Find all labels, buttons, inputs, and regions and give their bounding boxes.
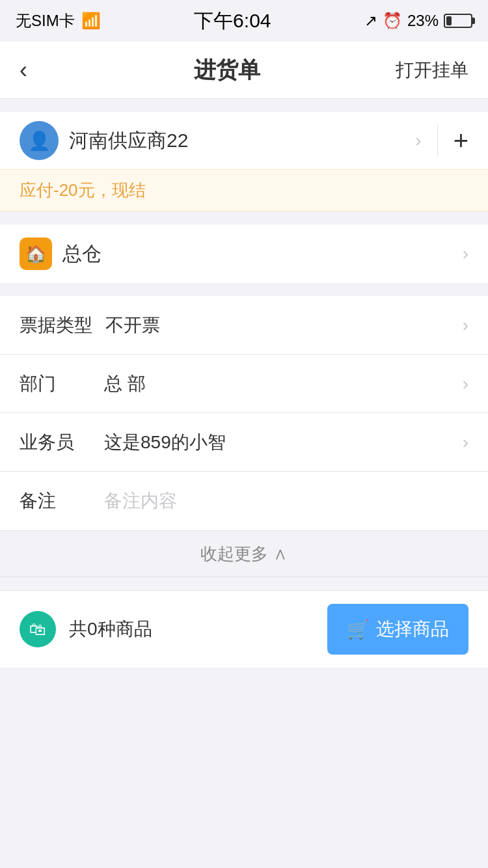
invoice-type-value: 不开票: [92, 313, 463, 338]
dept-label: 部门: [20, 372, 91, 396]
avatar-icon: 👤: [28, 130, 51, 152]
section-gap-3: [0, 283, 488, 296]
remark-row[interactable]: 备注 备注内容: [0, 472, 488, 530]
bottom-bar: 🛍 共0种商品 🛒 选择商品: [0, 590, 488, 668]
select-product-icon: 🛒: [347, 619, 370, 640]
product-count-label: 共0种商品: [69, 617, 314, 642]
alarm-icon: ⏰: [383, 12, 402, 30]
warehouse-icon: 🏠: [20, 237, 52, 270]
supplier-card: 👤 河南供应商22 › + 应付-20元，现结: [0, 112, 488, 211]
page-title: 进货单: [194, 55, 260, 85]
sales-value: 这是859的小智: [91, 430, 463, 455]
collapse-label: 收起更多 ∧: [200, 543, 287, 565]
status-time: 下午6:04: [194, 8, 271, 34]
status-right: ↗ ⏰ 23%: [364, 12, 472, 30]
status-left: 无SIM卡 📶: [16, 10, 101, 31]
status-bar: 无SIM卡 📶 下午6:04 ↗ ⏰ 23%: [0, 0, 488, 42]
remark-label: 备注: [20, 489, 91, 513]
open-pending-button[interactable]: 打开挂单: [396, 58, 468, 83]
section-gap-2: [0, 211, 488, 224]
battery-label: 23%: [407, 12, 439, 30]
notice-bar: 应付-20元，现结: [0, 169, 488, 211]
vertical-divider: [437, 124, 438, 157]
product-icon: 🛍: [20, 611, 56, 647]
warehouse-card: 🏠 总仓 ›: [0, 224, 488, 283]
sales-label: 业务员: [20, 430, 91, 455]
invoice-type-label: 票据类型: [20, 313, 92, 338]
supplier-row[interactable]: 👤 河南供应商22 › +: [0, 112, 488, 169]
warehouse-name: 总仓: [62, 241, 463, 267]
section-gap-1: [0, 99, 488, 112]
avatar: 👤: [20, 121, 59, 160]
battery-icon: [444, 14, 472, 28]
select-product-button[interactable]: 🛒 选择商品: [327, 604, 468, 655]
location-icon: ↗: [364, 12, 377, 30]
form-card: 票据类型 不开票 › 部门 总 部 › 业务员 这是859的小智 › 备注 备注…: [0, 296, 488, 530]
remark-input[interactable]: 备注内容: [91, 489, 468, 513]
notice-text: 应付-20元，现结: [20, 180, 146, 200]
back-button[interactable]: ‹: [20, 57, 59, 84]
product-bag-icon: 🛍: [29, 619, 46, 640]
sales-chevron-icon: ›: [463, 432, 468, 453]
sales-row[interactable]: 业务员 这是859的小智 ›: [0, 413, 488, 472]
supplier-name: 河南供应商22: [69, 128, 188, 154]
select-product-label: 选择商品: [376, 617, 449, 642]
warehouse-chevron-icon: ›: [463, 243, 468, 264]
wifi-icon: 📶: [81, 12, 101, 30]
supplier-left: 👤 河南供应商22: [20, 121, 415, 160]
warehouse-row[interactable]: 🏠 总仓 ›: [0, 224, 488, 283]
supplier-chevron-icon: ›: [415, 130, 421, 151]
section-gap-4: [0, 577, 488, 590]
dept-value: 总 部: [91, 372, 463, 396]
collapse-row[interactable]: 收起更多 ∧: [0, 530, 488, 577]
dept-chevron-icon: ›: [463, 373, 468, 394]
invoice-chevron-icon: ›: [463, 315, 468, 336]
carrier-label: 无SIM卡: [16, 10, 75, 31]
dept-row[interactable]: 部门 总 部 ›: [0, 355, 488, 413]
add-supplier-button[interactable]: +: [454, 126, 468, 156]
nav-bar: ‹ 进货单 打开挂单: [0, 42, 488, 99]
invoice-type-row[interactable]: 票据类型 不开票 ›: [0, 296, 488, 355]
